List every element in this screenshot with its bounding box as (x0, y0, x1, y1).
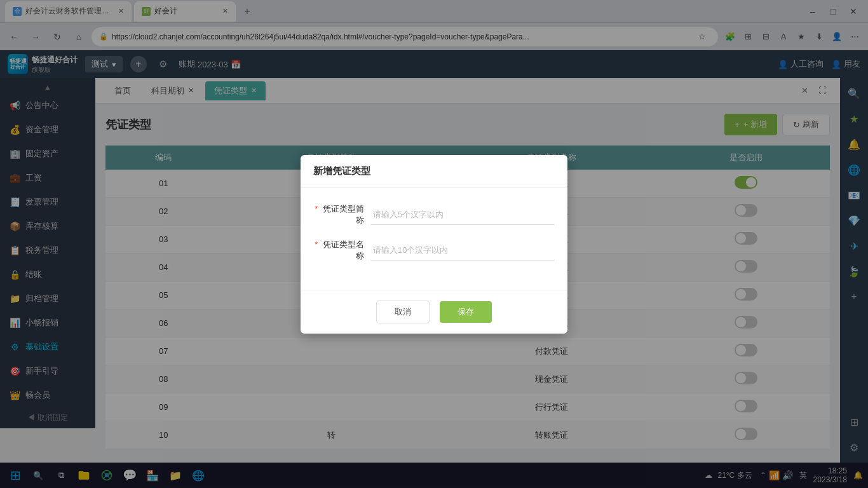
dialog-body: * 凭证类型简称 * 凭证类型名称 (301, 188, 567, 290)
full-name-input[interactable] (370, 240, 555, 261)
short-name-input[interactable] (370, 205, 555, 225)
save-button[interactable]: 保存 (440, 301, 492, 323)
dialog-header: 新增凭证类型 (301, 155, 567, 188)
cancel-button[interactable]: 取消 (376, 301, 430, 323)
form-row-name: * 凭证类型名称 (313, 239, 555, 262)
dialog-title: 新增凭证类型 (313, 165, 370, 177)
form-row-short: * 凭证类型简称 (313, 203, 555, 226)
required-star: * (315, 204, 318, 214)
name-label: * 凭证类型名称 (313, 239, 370, 262)
add-voucher-type-dialog: 新增凭证类型 * 凭证类型简称 * 凭证类型名称 取消 保存 (301, 155, 567, 334)
dialog-footer: 取消 保存 (301, 290, 567, 334)
dialog-overlay: 新增凭证类型 * 凭证类型简称 * 凭证类型名称 取消 保存 (0, 0, 868, 488)
required-star-2: * (315, 240, 318, 249)
short-label: * 凭证类型简称 (313, 203, 370, 226)
